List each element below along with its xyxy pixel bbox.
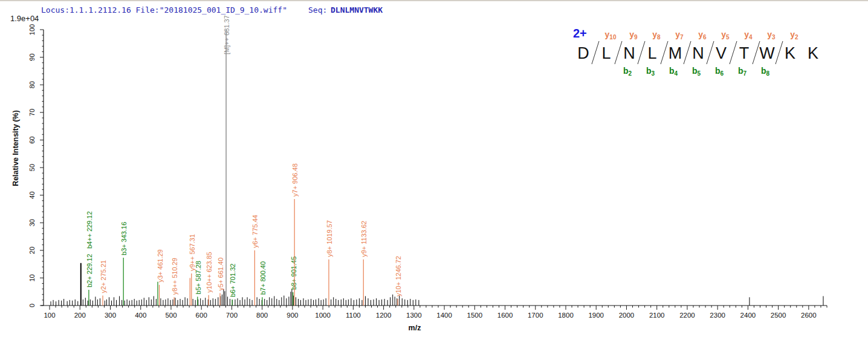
x-tick-label: 1000	[315, 312, 331, 319]
y-tick-label: 90	[28, 53, 36, 60]
y-ion-mark: y7	[675, 30, 684, 41]
residue-letter: L	[601, 44, 611, 62]
fragment-label: y9+ 1133.62	[360, 221, 368, 257]
fragmentation-slash	[638, 41, 645, 64]
residue-letter: K	[785, 44, 795, 62]
y-ion-mark: y10	[605, 30, 617, 41]
fragmentation-slash	[776, 41, 783, 64]
y-ion-mark: y4	[744, 30, 753, 41]
fragment-label: y2+ 275.21	[100, 260, 107, 293]
x-tick-label: 1900	[588, 312, 604, 319]
x-tick-label: 1800	[558, 312, 574, 319]
x-tick-label: 100	[44, 312, 55, 319]
x-tick-label: 200	[74, 312, 86, 319]
x-tick-label: 800	[256, 312, 268, 319]
residue-letter: N	[692, 44, 704, 62]
y-tick-label: 30	[28, 219, 36, 226]
x-tick-label: 2600	[801, 312, 817, 319]
x-tick-label: 2200	[679, 312, 695, 319]
y-ion-mark: y9	[629, 30, 638, 41]
fragmentation-slash	[661, 41, 668, 64]
b-ion-mark: b2	[623, 66, 632, 77]
x-tick-label: 300	[105, 312, 116, 319]
x-tick-label: 2300	[710, 312, 725, 319]
fragment-label: y8++ 510.29	[171, 258, 178, 295]
y-tick-label: 0	[28, 304, 36, 307]
y-tick-label: 60	[28, 136, 36, 143]
y-ion-mark: y5	[721, 30, 730, 41]
fragment-label: y6+ 775.44	[251, 215, 259, 248]
fragment-label: y10++ 623.85	[206, 252, 213, 292]
y-ion-mark: y8	[652, 30, 661, 41]
x-tick-label: 1500	[467, 312, 483, 319]
spectrum-plot: 0102030405060708090100100200300400500600…	[0, 1, 868, 340]
x-tick-label: 2100	[649, 312, 665, 319]
x-tick-label: 700	[226, 312, 238, 319]
fragment-label: b7+ 800.40	[259, 261, 267, 295]
residue-letter: W	[759, 44, 775, 62]
residue-letter: N	[623, 44, 635, 62]
y-ion-mark: y3	[767, 30, 776, 41]
y-ion-mark: y6	[698, 30, 707, 41]
x-tick-label: 2000	[619, 312, 635, 319]
fragmentation-slash	[707, 41, 714, 64]
y-ion-mark: y2	[790, 30, 798, 41]
y-tick-label: 50	[28, 164, 36, 171]
y-tick-label: 100	[28, 24, 36, 35]
residue-letter: V	[716, 44, 727, 62]
y-tick-label: 10	[28, 274, 36, 281]
y-tick-label: 20	[28, 247, 36, 254]
b-ion-mark: b8	[761, 66, 770, 77]
fragmentation-slash	[753, 41, 760, 64]
b-ion-mark: b7	[738, 66, 747, 77]
fragmentation-slash	[592, 41, 599, 64]
fragment-label: b3+ 343.16	[120, 222, 128, 255]
fragment-label: b4++ 229.12	[86, 211, 93, 249]
x-tick-label: 1700	[528, 312, 543, 319]
x-tick-label: 400	[135, 312, 146, 319]
x-tick-label: 600	[196, 312, 207, 319]
fragment-label: y7+ 906.48	[291, 163, 299, 197]
residue-letter: T	[739, 44, 750, 62]
x-tick-label: 2400	[740, 312, 756, 319]
charge-state-label: 2+	[573, 27, 587, 40]
precursor-label: [M]++ 681.37	[223, 15, 230, 54]
residue-letter: K	[808, 44, 818, 62]
fragment-label: b6+ 701.32	[229, 264, 236, 297]
b-ion-mark: b3	[646, 66, 655, 77]
b-ion-mark: b4	[669, 66, 678, 77]
y-tick-label: 80	[28, 81, 36, 88]
fragment-label: y10+ 1246.72	[395, 256, 402, 296]
fragment-label: y3+ 461.29	[157, 249, 164, 283]
fragment-label: b5+ 587.28	[195, 261, 202, 294]
spectrum-viewer: Locus:1.1.1.2112.16 File:"20181025_001_I…	[0, 0, 868, 340]
fragmentation-slash	[684, 41, 691, 64]
b-ion-mark: b5	[692, 66, 701, 77]
b-ion-mark: b6	[715, 66, 724, 77]
x-tick-label: 1300	[406, 312, 422, 319]
fragment-label: b8+ 901.45	[290, 257, 297, 290]
residue-letter: M	[669, 44, 682, 62]
x-tick-label: 1100	[346, 312, 361, 319]
residue-letter: D	[577, 44, 589, 62]
x-tick-label: 1400	[436, 312, 452, 319]
fragment-label: y5+ 661.40	[217, 258, 224, 291]
fragment-label: b2+ 229.12	[86, 254, 93, 287]
fragment-label: y8+ 1019.57	[326, 220, 333, 257]
y-tick-label: 40	[28, 191, 36, 198]
x-tick-label: 1600	[497, 312, 513, 319]
fragmentation-slash	[615, 41, 622, 64]
x-tick-label: 1200	[376, 312, 392, 319]
x-tick-label: 500	[165, 312, 177, 319]
x-tick-label: 2500	[771, 312, 786, 319]
y-tick-label: 70	[28, 109, 36, 116]
fragmentation-slash	[730, 41, 737, 64]
x-tick-label: 900	[287, 312, 298, 319]
residue-letter: L	[647, 44, 656, 62]
